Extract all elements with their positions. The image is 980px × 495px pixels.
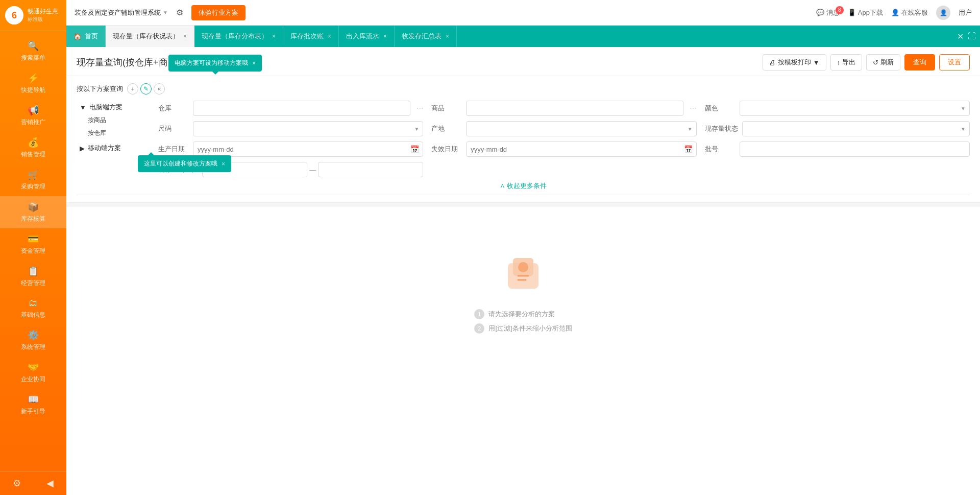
goods-dots[interactable]: ···	[690, 104, 696, 113]
system-name: 装备及固定资产辅助管理系统	[75, 8, 161, 17]
expiry-date-wrap: 📅	[466, 142, 696, 157]
sidebar-item-enterprise[interactable]: 🤝 企业协同	[0, 357, 66, 389]
stock-status-select-wrap: ▼	[742, 121, 970, 136]
sidebar-item-label: 新手引导	[21, 407, 45, 416]
color-select[interactable]	[740, 101, 970, 116]
filter-add-btn[interactable]: ＋	[127, 83, 138, 95]
sidebar-item-finance[interactable]: 💳 资金管理	[0, 228, 66, 261]
collapse-label: 收起更多条件	[507, 182, 547, 190]
production-date-input[interactable]	[193, 142, 423, 157]
chevron-down-icon: ▼	[80, 104, 86, 111]
tab-expand-icon[interactable]: ⛶	[968, 32, 976, 41]
sidebar-item-inventory[interactable]: 📦 库存核算	[0, 196, 66, 228]
collapse-bar[interactable]: ∧ 收起更多条件	[77, 177, 970, 195]
sidebar-item-guide[interactable]: 📖 新手引导	[0, 389, 66, 421]
tab-in-out-label: 出入库流水	[346, 32, 379, 41]
scheme-group-desktop-header[interactable]: ▼ 电脑端方案	[77, 101, 152, 114]
sidebar-item-basic-info[interactable]: 🗂 基础信息	[0, 293, 66, 324]
sidebar-item-label: 系统管理	[21, 343, 45, 351]
color-label: 颜色	[705, 104, 736, 113]
tab-close-all-icon[interactable]: ✕	[957, 32, 964, 41]
export-btn[interactable]: ↑ 导出	[830, 54, 863, 70]
sidebar-item-label: 快捷导航	[21, 86, 45, 95]
system-selector[interactable]: 装备及固定资产辅助管理系统 ▼	[75, 8, 168, 17]
filter-label: 按以下方案查询	[77, 84, 123, 93]
scheme-item-warehouse[interactable]: 按仓库	[77, 127, 152, 139]
sidebar-item-search-menu[interactable]: 🔍 搜索菜单	[0, 35, 66, 67]
print-btn[interactable]: 🖨 按模板打印 ▼	[763, 54, 826, 70]
expiry-date-input[interactable]	[466, 142, 696, 157]
sidebar-item-operations[interactable]: 📋 经营管理	[0, 261, 66, 293]
empty-illustration	[498, 248, 549, 299]
stock-status-select[interactable]	[742, 121, 970, 136]
filter-edit-btn[interactable]: ✎	[140, 83, 152, 95]
system-selector-arrow: ▼	[163, 10, 168, 15]
tab-collect-summary-close[interactable]: ×	[446, 33, 449, 40]
phone-icon: 📱	[848, 9, 856, 16]
tab-stock-batch[interactable]: 库存批次账 ×	[283, 26, 339, 47]
filter-field-size: 尺码 ▼	[158, 121, 423, 136]
footer-settings-btn[interactable]: ⚙	[13, 478, 21, 489]
reset-btn[interactable]: 设置	[939, 54, 970, 70]
filter-back-btn[interactable]: «	[154, 83, 165, 95]
sidebar-item-purchase[interactable]: 🛒 采购管理	[0, 164, 66, 196]
enterprise-icon: 🤝	[28, 362, 39, 373]
empty-step-2: 2 用[过滤]条件来缩小分析范围	[474, 323, 572, 334]
tab-in-out[interactable]: 出入库流水 ×	[339, 26, 395, 47]
section-divider	[66, 203, 980, 207]
warehouse-dots[interactable]: ···	[416, 104, 423, 113]
system-icon: ⚙️	[28, 329, 39, 341]
sidebar-item-marketing[interactable]: 📢 营销推广	[0, 100, 66, 132]
inventory-icon: 📦	[28, 201, 39, 213]
tooltip1-close[interactable]: ×	[252, 60, 256, 67]
trial-btn[interactable]: 体验行业方案	[191, 5, 246, 20]
origin-select-wrap: ▼	[466, 121, 696, 136]
origin-select[interactable]	[466, 121, 696, 136]
tab-collect-summary[interactable]: 收发存汇总表 ×	[395, 26, 457, 47]
tab-stock-dist-close[interactable]: ×	[272, 33, 276, 40]
warehouse-input[interactable]	[193, 101, 410, 116]
page-title: 现存量查询(按仓库+商品)	[77, 56, 180, 68]
search-menu-icon: 🔍	[28, 40, 39, 52]
chevron-right-icon: ▶	[80, 145, 85, 152]
tab-stock-status-close[interactable]: ×	[183, 33, 187, 40]
tab-stock-status[interactable]: 现存量（库存状况表） ×	[106, 26, 194, 47]
username-label[interactable]: 用户	[959, 8, 972, 17]
sidebar-item-label: 采购管理	[21, 182, 45, 191]
sidebar-item-system[interactable]: ⚙️ 系统管理	[0, 324, 66, 357]
search-btn[interactable]: 查询	[904, 54, 935, 70]
refresh-btn[interactable]: ↺ 刷新	[866, 54, 900, 70]
tab-stock-batch-close[interactable]: ×	[328, 33, 331, 40]
online-service-btn[interactable]: 👤 在线客服	[891, 8, 928, 17]
scheme-group-mobile-header[interactable]: ▶ 移动端方案	[77, 142, 152, 155]
header-settings-icon[interactable]: ⚙	[176, 8, 183, 17]
app-download-btn[interactable]: 📱 App下载	[848, 8, 883, 17]
logo-badge: 标准版	[28, 16, 58, 23]
tab-in-out-close[interactable]: ×	[383, 33, 387, 40]
batch-no-input[interactable]	[740, 142, 970, 157]
tab-stock-dist-label: 现存量（库存分布表）	[202, 32, 268, 41]
refresh-label: 刷新	[880, 58, 894, 67]
export-label: 导出	[842, 58, 855, 67]
origin-label: 产地	[431, 124, 462, 133]
tooltip2-text: 这里可以创建和修改方案哦	[144, 159, 217, 168]
footer-collapse-btn[interactable]: ◀	[46, 478, 54, 489]
sidebar-item-sales[interactable]: 💰 销售管理	[0, 132, 66, 164]
tab-stock-batch-label: 库存批次账	[290, 32, 324, 41]
sidebar-item-label: 搜索菜单	[21, 54, 45, 62]
sidebar-item-quick-nav[interactable]: ⚡ 快捷导航	[0, 67, 66, 100]
scheme-sidebar: 这里可以创建和修改方案哦 × ▼ 电脑端方案 按商品 按仓库	[77, 101, 158, 177]
service-icon: 👤	[891, 9, 899, 16]
stock-main-max[interactable]	[318, 162, 423, 177]
message-btn[interactable]: 💬 消息 8	[816, 8, 840, 17]
tab-stock-dist[interactable]: 现存量（库存分布表） ×	[194, 26, 283, 47]
scheme-item-goods[interactable]: 按商品	[77, 114, 152, 127]
size-select[interactable]	[193, 121, 423, 136]
step-1-text: 请先选择要分析的方案	[488, 310, 555, 319]
sidebar-logo: 6 畅通好生意 标准版	[0, 0, 66, 31]
tooltip2-close[interactable]: ×	[222, 160, 225, 168]
online-service-label: 在线客服	[901, 8, 928, 17]
tab-home[interactable]: 🏠 首页	[66, 26, 106, 47]
goods-input[interactable]	[466, 101, 683, 116]
color-select-wrap: ▼	[740, 101, 970, 116]
